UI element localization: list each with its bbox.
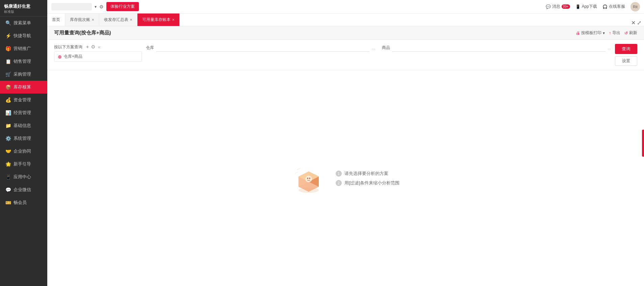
right-scroll-indicator[interactable] xyxy=(642,130,644,157)
tab-recv-summary-close[interactable]: ✕ xyxy=(130,18,132,22)
filter-scheme-item[interactable]: ⊕ 仓库+商品 xyxy=(54,51,142,62)
print-template-label: 按模板打印 xyxy=(581,30,601,36)
sidebar-item-finance[interactable]: 💰 资金管理 xyxy=(0,94,47,106)
gear-icon[interactable]: ⚙ xyxy=(99,4,104,9)
sidebar-item-sales[interactable]: 📋 销售管理 xyxy=(0,55,47,68)
svg-point-6 xyxy=(307,178,308,179)
tab-home-label: 首页 xyxy=(52,17,60,23)
apps-icon: 📱 xyxy=(5,174,11,180)
tab-batch-account-close[interactable]: ✕ xyxy=(92,18,94,22)
avatar[interactable]: Rit xyxy=(630,2,640,11)
export-label: 导出 xyxy=(612,30,620,36)
sidebar-item-label: 库存核算 xyxy=(14,84,31,90)
sidebar-item-apps[interactable]: 📱 应用中心 xyxy=(0,171,47,183)
dropdown-button[interactable]: ▾ xyxy=(95,4,97,9)
basic-icon: 📁 xyxy=(5,123,11,128)
sidebar-item-purchase[interactable]: 🛒 采购管理 xyxy=(0,68,47,81)
app-download-label: App下载 xyxy=(582,4,597,9)
page-title: 可用量查询(按仓库+商品) xyxy=(54,30,111,36)
filter-right: 仓库 ... 商品 ... xyxy=(146,44,611,52)
svg-line-8 xyxy=(297,168,300,170)
empty-illustration xyxy=(292,161,326,195)
sidebar-item-system[interactable]: ⚙️ 系统管理 xyxy=(0,132,47,145)
tab-close-button[interactable]: ✕ xyxy=(631,20,636,26)
page-header-actions: 🖨 按模板打印 ▾ ↑ 导出 ↺ 刷新 xyxy=(576,30,637,36)
refresh-icon: ↺ xyxy=(624,31,628,35)
sidebar-item-wechat[interactable]: 💬 企业微信 xyxy=(0,183,47,196)
warehouse-input[interactable] xyxy=(156,44,369,52)
app-download-button[interactable]: 📱 App下载 xyxy=(575,4,597,9)
filter-area: 按以下方案查询 ＋ ⊙ « ⊕ 仓库+商品 仓库 ... xyxy=(47,40,644,70)
tab-available-stock-close[interactable]: ✕ xyxy=(172,18,175,22)
collapse-filter-icon[interactable]: « xyxy=(98,44,101,50)
product-more[interactable]: ... xyxy=(608,46,611,50)
page-content: 可用量查询(按仓库+商品) 🖨 按模板打印 ▾ ↑ 导出 ↺ 刷新 xyxy=(47,26,644,286)
print-template-button[interactable]: 🖨 按模板打印 ▾ xyxy=(576,30,605,36)
tip-text-2: 用[过滤]条件来缩小分析范围 xyxy=(344,180,400,186)
settings-scheme-icon[interactable]: ⊙ xyxy=(91,44,95,50)
message-button[interactable]: 💬 消息 99+ xyxy=(546,4,570,9)
finance-icon: 💰 xyxy=(5,97,11,103)
sidebar-item-marketing[interactable]: 🎁 营销推广 xyxy=(0,42,47,55)
tab-batch-account[interactable]: 库存批次账 ✕ xyxy=(65,14,99,26)
enterprise-icon: 🤝 xyxy=(5,149,11,154)
sidebar-item-label: 资金管理 xyxy=(14,97,31,103)
product-field: 商品 ... xyxy=(382,44,611,52)
filter-scheme-label: 仓库+商品 xyxy=(64,54,82,59)
tab-expand-button[interactable]: ⤢ xyxy=(637,20,641,26)
tab-actions: ✕ ⤢ xyxy=(628,20,644,26)
online-service-label: 在线客服 xyxy=(609,4,625,9)
warehouse-label: 仓库 xyxy=(146,45,154,51)
svg-line-9 xyxy=(295,172,298,173)
empty-state: 1 请先选择要分析的方案 2 用[过滤]条件来缩小分析范围 xyxy=(47,70,644,286)
tip-text-1: 请先选择要分析的方案 xyxy=(344,171,388,177)
message-label: 消息 xyxy=(552,4,560,9)
filter-left: 按以下方案查询 ＋ ⊙ « ⊕ 仓库+商品 xyxy=(54,44,142,62)
sidebar-item-shortcut[interactable]: ⚡ 快捷导航 xyxy=(0,29,47,42)
svg-point-7 xyxy=(309,178,310,179)
empty-tips: 1 请先选择要分析的方案 2 用[过滤]条件来缩小分析范围 xyxy=(336,171,400,186)
sidebar-item-newbie[interactable]: 🌟 新手引导 xyxy=(0,158,47,171)
print-dropdown-icon: ▾ xyxy=(603,31,605,35)
search-icon: 🔍 xyxy=(5,20,11,26)
sidebar-item-operation[interactable]: 📊 经营管理 xyxy=(0,106,47,119)
operation-icon: 📊 xyxy=(5,110,11,115)
warehouse-more[interactable]: ... xyxy=(371,46,375,50)
sidebar-item-label: 企业微信 xyxy=(14,187,31,193)
newbie-icon: 🌟 xyxy=(5,161,11,167)
tab-recv-summary[interactable]: 收发存汇总表 ✕ xyxy=(99,14,137,26)
product-label: 商品 xyxy=(382,45,390,51)
wechat-icon: 💬 xyxy=(5,187,11,192)
sidebar-item-enterprise[interactable]: 🤝 企业协同 xyxy=(0,145,47,158)
topbar-right: 💬 消息 99+ 📱 App下载 🎧 在线客服 Rit xyxy=(546,2,640,11)
sidebar-item-member[interactable]: 🎫 畅会员 xyxy=(0,196,47,209)
search-input[interactable] xyxy=(51,3,92,10)
tab-home[interactable]: 首页 xyxy=(47,14,65,26)
sidebar-item-label: 营销推广 xyxy=(14,46,31,52)
add-scheme-icon[interactable]: ＋ xyxy=(85,44,90,50)
product-input[interactable] xyxy=(392,44,606,52)
export-button[interactable]: ↑ 导出 xyxy=(609,30,620,36)
member-icon: 🎫 xyxy=(5,200,11,205)
tab-available-stock[interactable]: 可用量库存账本 ✕ xyxy=(137,14,180,26)
empty-tip-2: 2 用[过滤]条件来缩小分析范围 xyxy=(336,180,400,186)
sidebar: 畅康通好生意 标准版 🔍 搜索菜单 ⚡ 快捷导航 🎁 营销推广 📋 销售管理 🛒… xyxy=(0,0,47,286)
scheme-icon: ⊕ xyxy=(58,54,62,59)
refresh-button[interactable]: ↺ 刷新 xyxy=(624,30,637,36)
sidebar-nav: 🔍 搜索菜单 ⚡ 快捷导航 🎁 营销推广 📋 销售管理 🛒 采购管理 📦 库存核… xyxy=(0,17,47,286)
purchase-icon: 🛒 xyxy=(5,72,11,77)
tip-num-2: 2 xyxy=(336,180,342,186)
sidebar-item-label: 销售管理 xyxy=(14,58,31,64)
tip-num-1: 1 xyxy=(336,171,342,177)
trial-button[interactable]: 体验行业方案 xyxy=(106,2,139,11)
query-button[interactable]: 查询 xyxy=(615,44,637,54)
online-service-button[interactable]: 🎧 在线客服 xyxy=(602,4,625,9)
sidebar-item-search[interactable]: 🔍 搜索菜单 xyxy=(0,17,47,29)
app-title: 畅康通好生意 xyxy=(4,3,43,9)
svg-point-5 xyxy=(305,176,312,182)
sidebar-item-basic[interactable]: 📁 基础信息 xyxy=(0,119,47,132)
tab-available-stock-label: 可用量库存账本 xyxy=(142,17,171,23)
sidebar-item-inventory[interactable]: 📦 库存核算 xyxy=(0,81,47,94)
settings-button[interactable]: 设置 xyxy=(615,56,637,66)
message-icon: 💬 xyxy=(546,4,551,9)
